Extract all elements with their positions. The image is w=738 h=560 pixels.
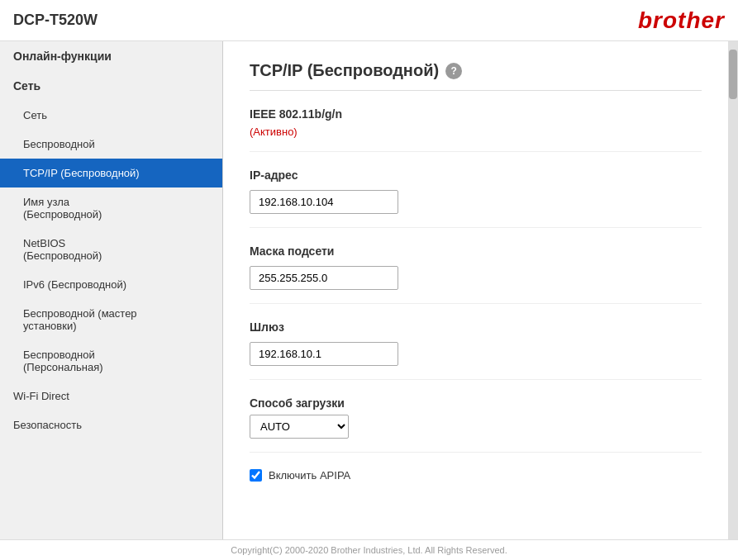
header: DCP-T520W brother	[0, 0, 738, 41]
ieee-status: (Активно)	[250, 126, 702, 138]
boot-label: Способ загрузки	[250, 396, 702, 410]
boot-dropdown-wrap: AUTO STATIC RARP BOOTP DHCP	[250, 415, 702, 439]
gateway-label: Шлюз	[250, 320, 702, 334]
sidebar-item-tcp-ip[interactable]: TCP/IP (Беспроводной)	[0, 159, 222, 187]
ieee-section: IEEE 802.11b/g/n (Активно)	[250, 107, 702, 152]
brother-logo: brother	[638, 7, 725, 34]
ip-input[interactable]	[250, 190, 398, 214]
footer-text: Copyright(C) 2000-2020 Brother Industrie…	[231, 545, 507, 555]
subnet-section: Маска подсети	[250, 244, 702, 304]
page-title: TCP/IP (Беспроводной)	[250, 61, 439, 80]
sidebar-item-wireless[interactable]: Беспроводной	[0, 130, 222, 159]
sidebar-item-netbios[interactable]: NetBIOS(Беспроводной)	[0, 229, 222, 270]
scroll-thumb[interactable]	[729, 50, 737, 99]
sidebar-item-ipv6[interactable]: IPv6 (Беспроводной)	[0, 270, 222, 299]
apipa-checkbox[interactable]	[250, 469, 262, 482]
gateway-section: Шлюз	[250, 320, 702, 380]
content-area: TCP/IP (Беспроводной) ? IEEE 802.11b/g/n…	[223, 41, 728, 539]
main-layout: Онлайн-функции Сеть Сеть Беспроводной TC…	[0, 41, 738, 539]
sidebar-item-wireless-wizard[interactable]: Беспроводной (мастерустановки)	[0, 299, 222, 340]
content-title-row: TCP/IP (Беспроводной) ?	[250, 61, 702, 91]
ieee-label: IEEE 802.11b/g/n	[250, 107, 702, 121]
gateway-input[interactable]	[250, 342, 398, 366]
ip-label: IP-адрес	[250, 168, 702, 182]
boot-section: Способ загрузки AUTO STATIC RARP BOOTP D…	[250, 396, 702, 453]
sidebar-item-wifi-direct[interactable]: Wi-Fi Direct	[0, 382, 222, 411]
sidebar-item-hostname[interactable]: Имя узла(Беспроводной)	[0, 187, 222, 229]
apipa-label[interactable]: Включить APIPA	[269, 469, 350, 482]
sidebar-network-section: Сеть	[0, 71, 222, 101]
sidebar-item-security[interactable]: Безопасность	[0, 411, 222, 439]
subnet-label: Маска подсети	[250, 244, 702, 258]
sidebar-item-wireless-personal[interactable]: Беспроводной(Персональная)	[0, 340, 222, 382]
footer: Copyright(C) 2000-2020 Brother Industrie…	[0, 539, 738, 560]
apipa-row: Включить APIPA	[250, 469, 702, 482]
sidebar: Онлайн-функции Сеть Сеть Беспроводной TC…	[0, 41, 223, 539]
ip-section: IP-адрес	[250, 168, 702, 228]
sidebar-item-network[interactable]: Сеть	[0, 101, 222, 130]
sidebar-online-section: Онлайн-функции	[0, 41, 222, 71]
device-title: DCP-T520W	[13, 12, 98, 29]
help-icon[interactable]: ?	[445, 63, 462, 79]
boot-select[interactable]: AUTO STATIC RARP BOOTP DHCP	[250, 415, 349, 439]
scrollbar[interactable]	[728, 41, 738, 539]
subnet-input[interactable]	[250, 266, 398, 290]
